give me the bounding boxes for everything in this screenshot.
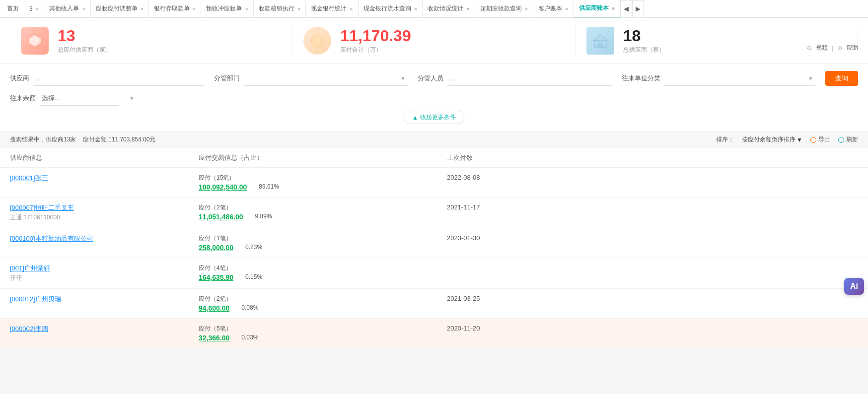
export-button[interactable]: 导出 [810, 135, 830, 144]
tx-row-5: 32,366.00 0.03% [199, 333, 447, 342]
nav-tab-home[interactable]: 首页 [2, 0, 24, 18]
nav-tab-cash-bank-stat[interactable]: 现金银行统计 × [306, 0, 358, 18]
nav-tab-recv-stat-close[interactable]: × [466, 6, 469, 12]
tx-amount-1[interactable]: 11,051,486.00 [199, 213, 243, 221]
tx-amount-5[interactable]: 32,366.00 [199, 334, 229, 342]
tx-amount-2[interactable]: 258,000.00 [199, 244, 233, 252]
supplier-info-4: [000012]广州贝瑞 [10, 295, 199, 304]
tx-pct-4: 0.08% [241, 304, 258, 311]
export-label: 导出 [818, 135, 830, 144]
refresh-circle-icon [838, 137, 844, 143]
nav-tab-advance-recv[interactable]: 预收冲应收单 × [201, 0, 253, 18]
balance-filter-input[interactable] [40, 94, 127, 102]
table-row[interactable]: [000012]广州贝瑞 应付（2笔） 94,600.00 0.08% 2021… [0, 289, 868, 319]
supplier-name-5[interactable]: [000002]李四 [10, 325, 199, 333]
transaction-info-2: 应付（1笔） 258,000.00 0.23% [199, 234, 447, 252]
nav-tab-3[interactable]: 3 × [24, 0, 44, 18]
stat-payable-suppliers-number: 13 [58, 28, 111, 44]
supplier-filter-input[interactable] [33, 71, 204, 86]
person-filter-input[interactable] [447, 71, 612, 86]
transaction-info-5: 应付（5笔） 32,366.00 0.03% [199, 325, 447, 342]
supplier-name-4[interactable]: [000012]广州贝瑞 [10, 295, 199, 304]
nav-tab-customer-book-close[interactable]: × [565, 6, 568, 12]
nav-tab-overdue-query[interactable]: 超期应收款查询 × [475, 0, 533, 18]
tx-pct-0: 89.61% [259, 183, 279, 190]
nav-tab-overdue-query-label: 超期应收款查询 [480, 4, 522, 13]
tx-label-1: 应付（2笔） [199, 203, 447, 212]
tx-amount-3[interactable]: 164,635.90 [199, 273, 233, 281]
collapse-icon: ▲ [412, 114, 418, 121]
filter-row-2: 往来余额 ▼ [10, 91, 858, 106]
result-amount: 应付金额 111,703,854.00元 [83, 136, 156, 143]
filter-row-1: 供应商 分管部门 ▼ 分管人员 往来单位分类 ▼ 查询 [10, 71, 858, 86]
dept-filter-select[interactable]: ▼ [244, 71, 408, 86]
data-table: 供应商信息 应付交易信息（占比） 上次付数 [000001]张三 应付（15笔）… [0, 148, 868, 348]
balance-filter-arrow: ▼ [127, 95, 137, 101]
sort-select[interactable]: 按应付余额倒序排序 ▼ [742, 135, 802, 144]
tx-amount-0[interactable]: 100,092,540.00 [199, 183, 247, 191]
supplier-info-1: [000007]恒旺二手叉车 王通 17106110000 [10, 203, 199, 222]
nav-next-arrow[interactable]: ▶ [632, 0, 644, 18]
table-row[interactable]: [000007]恒旺二手叉车 王通 17106110000 应付（2笔） 11,… [0, 197, 868, 228]
video-link[interactable]: 视频 [816, 44, 828, 52]
nav-prev-arrow[interactable]: ◀ [620, 0, 632, 18]
last-pay-date-0: 2022-08-08 [447, 174, 480, 181]
filter-item-supplier: 供应商 [10, 71, 204, 86]
help-link[interactable]: 帮助 [846, 44, 858, 52]
table-row[interactable]: [000001]张三 应付（15笔） 100,092,540.00 89.61%… [0, 168, 868, 197]
query-button[interactable]: 查询 [825, 71, 858, 86]
tx-label-3: 应付（4笔） [199, 264, 447, 272]
balance-filter-select[interactable]: ▼ [40, 91, 119, 106]
nav-tab-other-income-close[interactable]: × [82, 6, 85, 12]
nav-tab-ar-adjust[interactable]: 应收应付调整单 × [91, 0, 149, 18]
export-circle-icon [810, 137, 816, 143]
stat-payable-total-number: 11,170.39 [340, 28, 411, 44]
filter-item-person: 分管人员 [418, 71, 612, 86]
dept-filter-arrow: ▼ [398, 75, 408, 81]
result-bar-right: 排序： 按应付余额倒序排序 ▼ 导出 刷新 [716, 135, 858, 144]
nav-tab-cash-bank-flow-close[interactable]: × [414, 6, 417, 12]
tx-label-2: 应付（1笔） [199, 234, 447, 243]
supplier-info-3: [001]广州荣轩 仔仔 [10, 264, 199, 282]
supplier-name-3[interactable]: [001]广州荣轩 [10, 264, 199, 273]
table-row[interactable]: [000002]李四 应付（5笔） 32,366.00 0.03% 2020-1… [0, 319, 868, 348]
header-supplier: 供应商信息 [10, 153, 199, 162]
nav-tab-overdue-query-close[interactable]: × [525, 6, 528, 12]
nav-tab-bank-deposit-close[interactable]: × [193, 6, 196, 12]
ai-badge[interactable]: Ai [844, 278, 864, 295]
last-pay-date-2: 2023-01-30 [447, 234, 480, 242]
filter-item-dept: 分管部门 ▼ [214, 71, 408, 86]
nav-tab-recv-stat[interactable]: 收款情况统计 × [423, 0, 475, 18]
nav-tab-cash-bank-stat-close[interactable]: × [350, 6, 353, 12]
table-row[interactable]: [001]广州荣轩 仔仔 应付（4笔） 164,635.90 0.15% [0, 258, 868, 289]
category-filter-select[interactable]: ▼ [664, 71, 816, 86]
tx-pct-5: 0.03% [241, 334, 258, 341]
category-filter-input[interactable] [664, 74, 806, 82]
nav-tab-other-income[interactable]: 其他收入单 × [44, 0, 90, 18]
svg-marker-6 [593, 35, 608, 41]
last-pay-date-1: 2021-11-17 [447, 203, 480, 211]
supplier-name-0[interactable]: [000001]张三 [10, 174, 199, 183]
supplier-name-1[interactable]: [000007]恒旺二手叉车 [10, 203, 199, 212]
tx-amount-4[interactable]: 94,600.00 [199, 304, 229, 312]
nav-tab-recv-exec[interactable]: 收款核销执行 × [254, 0, 306, 18]
supplier-filter-label: 供应商 [10, 74, 29, 83]
nav-tab-recv-exec-close[interactable]: × [297, 6, 300, 12]
dept-filter-input[interactable] [244, 74, 399, 82]
refresh-button[interactable]: 刷新 [838, 135, 858, 144]
supplier-name-2[interactable]: [000100]本特勤油品有限公司 [10, 234, 199, 243]
nav-tab-cash-bank-flow[interactable]: 现金银行流水查询 × [359, 0, 423, 18]
nav-tab-customer-book[interactable]: 客户账本 × [533, 0, 574, 18]
supplier-sub-3: 仔仔 [10, 274, 199, 282]
lastpay-0: 2022-08-08 [447, 174, 858, 181]
tx-label-0: 应付（15笔） [199, 174, 447, 182]
nav-tab-supplier-book-close[interactable]: × [612, 5, 615, 11]
nav-tab-recv-stat-label: 收款情况统计 [428, 4, 463, 13]
nav-tab-3-close[interactable]: × [36, 6, 39, 12]
nav-tab-supplier-book[interactable]: 供应商账本 × [574, 0, 620, 18]
nav-tab-ar-adjust-close[interactable]: × [141, 6, 144, 12]
nav-tab-advance-recv-close[interactable]: × [245, 6, 248, 12]
table-row[interactable]: [000100]本特勤油品有限公司 应付（1笔） 258,000.00 0.23… [0, 228, 868, 258]
collapse-more-button[interactable]: ▲ 收起更多条件 [404, 111, 464, 124]
nav-tab-bank-deposit[interactable]: 银行存取款单 × [149, 0, 201, 18]
